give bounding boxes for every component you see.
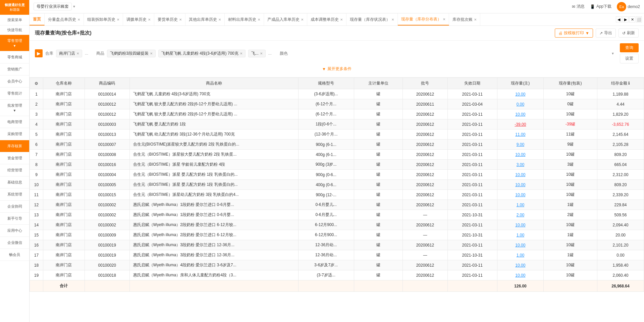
- col-stock-pkg[interactable]: 现存量(包装): [544, 78, 597, 89]
- tab-require-goods[interactable]: 要货单历史 ✕: [154, 13, 185, 25]
- filter-expand-arrow[interactable]: ▶: [35, 49, 43, 57]
- warehouse-tag-close[interactable]: ✕: [76, 52, 79, 55]
- cell-stock-main[interactable]: 10.00: [497, 89, 543, 99]
- col-product-code[interactable]: 商品编码: [85, 78, 129, 89]
- sidebar-item-member[interactable]: 会员中心: [0, 75, 29, 88]
- col-stock-main[interactable]: 现存量(主): [497, 78, 543, 89]
- sidebar-item-retail-mgmt[interactable]: 零售管理 ▼: [0, 35, 29, 51]
- cell-stock-main[interactable]: 10.00: [497, 150, 543, 160]
- col-unit[interactable]: 主计量单位: [354, 78, 403, 89]
- close-inventory-dist-tab[interactable]: ✕: [443, 17, 445, 21]
- close-split-stock-tab[interactable]: ✕: [77, 18, 80, 21]
- close-batch-tab[interactable]: ✕: [474, 18, 477, 21]
- close-product-in-tab[interactable]: ✕: [301, 18, 304, 21]
- cell-stock-main[interactable]: 11.00: [497, 129, 543, 140]
- cell-stock-main[interactable]: 10.00: [497, 240, 543, 250]
- col-product-name[interactable]: 商品名称: [129, 78, 298, 89]
- tab-inventory-dist[interactable]: 现存量（库存分布表） ✕: [398, 13, 449, 25]
- tab-home[interactable]: 首页: [30, 13, 45, 25]
- tab-batch-purchase[interactable]: 库存批次账 ✕: [449, 13, 480, 25]
- user-profile-btn[interactable]: Ea demo2: [617, 2, 640, 11]
- product-tag-2-close[interactable]: ✕: [240, 52, 243, 55]
- sidebar-item-system[interactable]: 系统管理: [0, 189, 29, 201]
- tab-scroll-right[interactable]: ▶: [623, 16, 629, 22]
- col-warehouse[interactable]: 仓库名称: [43, 78, 85, 89]
- cell-stock-main[interactable]: 1.00: [497, 200, 543, 210]
- cell-stock-main[interactable]: 10.00: [497, 109, 543, 119]
- product-tag-1[interactable]: 飞鹤奶粉3段四罐提装 ✕: [107, 50, 156, 57]
- tab-material-out[interactable]: 材料出库单历史 ✕: [225, 13, 264, 25]
- app-logo[interactable]: 畅捷通好生意 标题版: [0, 0, 29, 15]
- cell-stock-main[interactable]: 9.00: [497, 140, 543, 150]
- sidebar-item-basic-info[interactable]: 基础信息: [0, 176, 29, 189]
- tab-product-in[interactable]: 产成品入库单历史 ✕: [264, 13, 307, 25]
- sidebar-item-enterprise-collab[interactable]: 企业协同: [0, 201, 29, 213]
- export-btn[interactable]: ↗ 导出: [596, 29, 616, 38]
- col-expire[interactable]: 失效日期: [447, 78, 497, 89]
- cell-stock-main[interactable]: 1.00: [497, 250, 543, 260]
- sidebar-item-purchase[interactable]: 采购管理: [0, 128, 29, 140]
- filter-more-dots[interactable]: ...: [85, 51, 88, 56]
- close-other-out-tab[interactable]: ✕: [218, 18, 221, 21]
- cell-stock-main[interactable]: 10.00: [497, 260, 543, 270]
- tab-mix-history[interactable]: 调拨单历史 ✕: [123, 13, 154, 25]
- cell-stock-main[interactable]: 1.00: [497, 230, 543, 240]
- warehouse-tag[interactable]: 南岸门店 ✕: [56, 50, 82, 57]
- cell-stock-main[interactable]: 0.00: [497, 99, 543, 109]
- sidebar-item-retail-store[interactable]: 零售商城: [0, 51, 29, 63]
- sidebar-item-finance[interactable]: 资金管理: [0, 152, 29, 164]
- sidebar-item-marketing[interactable]: 营销推广: [0, 63, 29, 75]
- app-download-btn[interactable]: 📱 App下载: [590, 4, 611, 9]
- tab-inventory-warehouse[interactable]: 现存量（库存状况表） ✕: [346, 13, 398, 25]
- col-spec[interactable]: 规格型号: [298, 78, 354, 89]
- tab-other-out[interactable]: 其他出库单历史 ✕: [185, 13, 225, 25]
- cell-stock-main[interactable]: 10.00: [497, 170, 543, 180]
- product-tag-more[interactable]: 飞... ✕: [248, 50, 266, 57]
- tab-close-current[interactable]: ✕: [629, 16, 635, 22]
- product-tag-more-close[interactable]: ✕: [260, 52, 263, 55]
- sidebar-item-new-guide[interactable]: 新手引导: [0, 213, 29, 225]
- close-disassemble-tab[interactable]: ✕: [117, 18, 119, 21]
- close-material-tab[interactable]: ✕: [258, 18, 260, 21]
- template-print-btn[interactable]: 🖨 按模板打印 ▼: [555, 29, 593, 38]
- sidebar-item-inventory[interactable]: 库存核算: [0, 140, 29, 152]
- message-btn[interactable]: ✉ 消息: [572, 4, 585, 9]
- tab-split-stock-history[interactable]: 分量盘点单历史 ✕: [45, 13, 84, 25]
- sidebar-item-retail-stats[interactable]: 零售统计: [0, 88, 29, 100]
- refresh-btn[interactable]: ↺ 刷新: [619, 29, 639, 38]
- sidebar-item-ecommerce[interactable]: 电商管理: [0, 116, 29, 128]
- color-dropdown-arrow[interactable]: ▼: [611, 52, 614, 55]
- sidebar-item-operations[interactable]: 经营管理: [0, 164, 29, 176]
- sidebar-search[interactable]: 搜索菜单: [0, 15, 29, 25]
- tab-disassemble-history[interactable]: 组装拆卸单历史 ✕: [84, 13, 123, 25]
- sidebar-item-app-center[interactable]: 应用中心: [0, 225, 29, 237]
- query-btn[interactable]: 查询: [620, 43, 639, 52]
- tab-maximize[interactable]: ⬜: [636, 16, 642, 22]
- close-cost-adjust-tab[interactable]: ✕: [340, 18, 343, 21]
- close-mix-tab[interactable]: ✕: [148, 18, 151, 21]
- product-more-dots[interactable]: ...: [268, 51, 272, 56]
- cell-stock-main[interactable]: 3.00: [497, 160, 543, 170]
- product-tag-1-close[interactable]: ✕: [150, 52, 153, 55]
- close-require-tab[interactable]: ✕: [179, 18, 182, 21]
- dropdown-account[interactable]: 母婴行业演示账套: [34, 3, 72, 10]
- sidebar-item-enterprise-wechat[interactable]: 企业微信: [0, 237, 29, 249]
- product-tag-2[interactable]: 飞鹤星飞帆 儿童奶粉 4段(3-6岁适用) 700克 ✕: [158, 50, 246, 57]
- col-batch[interactable]: 批号: [403, 78, 448, 89]
- col-balance[interactable]: 结存金额 ℹ: [597, 78, 644, 89]
- quick-nav[interactable]: 快捷导航: [0, 25, 29, 35]
- close-inventory-warehouse-tab[interactable]: ✕: [391, 18, 394, 21]
- settings-btn[interactable]: 设置: [620, 54, 639, 63]
- col-settings[interactable]: ⚙: [30, 78, 43, 89]
- tab-scroll-left[interactable]: ◀: [616, 16, 622, 22]
- expand-conditions-btn[interactable]: ▼ 展开更多条件: [322, 66, 352, 72]
- cell-stock-main[interactable]: 2.00: [497, 210, 543, 220]
- tab-cost-adjust[interactable]: 成本调整单历史 ✕: [307, 13, 346, 25]
- cell-stock-main[interactable]: 10.00: [497, 180, 543, 190]
- sidebar-item-member-card[interactable]: 畅会员: [0, 249, 29, 261]
- cell-stock-main[interactable]: -39.00: [497, 119, 543, 129]
- sidebar-item-wholesale[interactable]: 批发管理 ▼: [0, 100, 29, 116]
- cell-stock-main[interactable]: 10.00: [497, 270, 543, 280]
- cell-stock-main[interactable]: 10.00: [497, 220, 543, 230]
- cell-stock-main[interactable]: 10.00: [497, 190, 543, 200]
